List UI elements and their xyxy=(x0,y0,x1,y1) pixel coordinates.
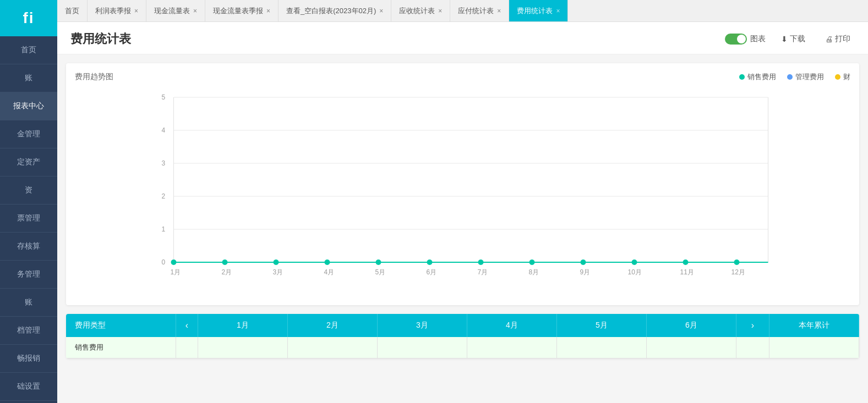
svg-text:12月: 12月 xyxy=(731,268,745,276)
cell-m6 xyxy=(647,337,736,358)
chart-area: 费用趋势图 销售费用 管理费用 财 xyxy=(66,63,859,305)
sidebar-item-finance[interactable]: 金管理 xyxy=(0,120,57,148)
tab-receivable[interactable]: 应收统计表 × xyxy=(391,0,450,21)
legend-sales: 销售费用 xyxy=(739,72,776,82)
cell-m4 xyxy=(467,337,557,358)
sidebar-item-service[interactable]: 务管理 xyxy=(0,261,57,289)
tab-home[interactable]: 首页 xyxy=(57,0,88,21)
print-button[interactable]: 🖨 打印 xyxy=(821,32,855,46)
download-button[interactable]: ⬇ 下载 xyxy=(777,32,810,46)
sidebar-item-archive[interactable]: 档管理 xyxy=(0,317,57,345)
sidebar-item-home[interactable]: 首页 xyxy=(0,36,57,64)
page-content: 费用统计表 图表 ⬇ 下载 🖨 打印 费用趋势图 xyxy=(57,22,868,403)
trend-chart: 5 4 3 2 1 0 xyxy=(75,87,850,285)
tab-bar: 首页 利润表季报 × 现金流量表 × 现金流量表季报 × 查看_空白报表(202… xyxy=(57,0,868,22)
close-tab-payable[interactable]: × xyxy=(497,7,501,15)
legend-dot-sales xyxy=(739,74,745,80)
main-area: 首页 利润表季报 × 现金流量表 × 现金流量表季报 × 查看_空白报表(202… xyxy=(57,0,868,403)
chart-toggle-label: 图表 xyxy=(725,34,766,45)
tab-cashflow[interactable]: 现金流量表 × xyxy=(146,0,205,21)
cell-type: 销售费用 xyxy=(66,337,176,358)
page-header: 费用统计表 图表 ⬇ 下载 🖨 打印 xyxy=(57,22,868,54)
sidebar-logo: fi xyxy=(0,0,57,36)
cell-m3 xyxy=(378,337,467,358)
close-tab-blank[interactable]: × xyxy=(379,7,383,15)
col-next-arrow[interactable]: › xyxy=(736,314,769,337)
col-type: 费用类型 xyxy=(66,314,176,337)
prev-arrow-icon[interactable]: ‹ xyxy=(183,321,190,330)
next-arrow-icon[interactable]: › xyxy=(749,321,756,330)
cell-nav2 xyxy=(736,337,769,358)
legend-admin: 管理费用 xyxy=(787,72,824,82)
svg-point-24 xyxy=(683,260,689,265)
sidebar-item-ledger[interactable]: 账 xyxy=(0,64,57,92)
col-m2: 2月 xyxy=(288,314,378,337)
sidebar-item-resource[interactable]: 资 xyxy=(0,176,57,205)
table-header: 费用类型 ‹ 1月 2月 3月 4月 5月 xyxy=(66,314,859,337)
sidebar-item-account[interactable]: 账 xyxy=(0,289,57,317)
legend-dot-admin xyxy=(787,74,793,80)
col-m5: 5月 xyxy=(557,314,647,337)
page-title: 费用统计表 xyxy=(70,31,131,47)
header-actions: 图表 ⬇ 下载 🖨 打印 xyxy=(725,32,855,46)
svg-point-14 xyxy=(171,260,177,265)
svg-point-25 xyxy=(734,260,740,265)
download-icon: ⬇ xyxy=(781,35,788,43)
svg-text:9月: 9月 xyxy=(580,268,591,276)
tab-expense-stats[interactable]: 费用统计表 × xyxy=(509,0,568,21)
svg-text:2月: 2月 xyxy=(222,268,232,276)
col-prev-arrow[interactable]: ‹ xyxy=(176,314,198,337)
sidebar: fi 首页 账 报表中心 金管理 定资产 资 票管理 存核算 务管理 账 档管理… xyxy=(0,0,57,403)
close-tab-receivable[interactable]: × xyxy=(438,7,442,15)
svg-text:7月: 7月 xyxy=(478,268,488,276)
chart-header: 费用趋势图 销售费用 管理费用 财 xyxy=(75,72,850,82)
svg-text:2: 2 xyxy=(162,192,166,200)
svg-text:6月: 6月 xyxy=(427,268,437,276)
close-tab-cashflow-q[interactable]: × xyxy=(266,7,270,15)
legend-dot-finance xyxy=(835,74,840,80)
sidebar-scroll: 首页 账 报表中心 金管理 定资产 资 票管理 存核算 务管理 账 档管理 畅报… xyxy=(0,36,57,403)
tab-profit-quarterly[interactable]: 利润表季报 × xyxy=(88,0,146,21)
tab-blank-report[interactable]: 查看_空白报表(2023年02月) × xyxy=(279,0,391,21)
tab-payable[interactable]: 应付统计表 × xyxy=(450,0,509,21)
svg-point-15 xyxy=(222,260,228,265)
chart-legend: 销售费用 管理费用 财 xyxy=(739,72,850,82)
chart-title: 费用趋势图 xyxy=(75,72,113,82)
svg-point-20 xyxy=(478,260,484,265)
svg-text:3: 3 xyxy=(162,159,166,167)
svg-point-22 xyxy=(581,260,586,265)
svg-text:10月: 10月 xyxy=(628,268,642,276)
sidebar-item-fixed-assets[interactable]: 定资产 xyxy=(0,148,57,176)
svg-point-23 xyxy=(632,260,637,265)
sidebar-item-settings[interactable]: 础设置 xyxy=(0,373,57,401)
cell-nav xyxy=(176,337,198,358)
svg-text:4月: 4月 xyxy=(324,268,335,276)
cell-m5 xyxy=(557,337,647,358)
print-icon: 🖨 xyxy=(825,35,833,43)
col-ytd: 本年累计 xyxy=(769,314,859,337)
chart-toggle[interactable] xyxy=(725,34,747,45)
svg-point-21 xyxy=(529,260,535,265)
table-row: 销售费用 xyxy=(66,337,859,358)
sidebar-item-invoice[interactable]: 票管理 xyxy=(0,205,57,233)
col-m3: 3月 xyxy=(378,314,467,337)
tab-cashflow-quarterly[interactable]: 现金流量表季报 × xyxy=(205,0,279,21)
svg-text:0: 0 xyxy=(162,258,166,266)
close-tab-expense[interactable]: × xyxy=(556,7,560,15)
svg-text:1: 1 xyxy=(162,225,166,233)
close-tab-cashflow[interactable]: × xyxy=(193,7,197,15)
col-m6: 6月 xyxy=(647,314,736,337)
close-tab-profit[interactable]: × xyxy=(134,7,138,15)
svg-text:3月: 3月 xyxy=(273,268,283,276)
cell-m2 xyxy=(288,337,378,358)
col-m4: 4月 xyxy=(467,314,557,337)
sidebar-item-expense[interactable]: 畅报销 xyxy=(0,345,57,373)
svg-text:5月: 5月 xyxy=(375,268,386,276)
sidebar-item-inventory[interactable]: 存核算 xyxy=(0,233,57,261)
svg-point-18 xyxy=(376,260,381,265)
svg-text:8月: 8月 xyxy=(529,268,539,276)
col-m1: 1月 xyxy=(198,314,288,337)
cell-ytd xyxy=(769,337,859,358)
svg-text:1月: 1月 xyxy=(171,268,181,276)
sidebar-item-reports[interactable]: 报表中心 xyxy=(0,92,57,120)
